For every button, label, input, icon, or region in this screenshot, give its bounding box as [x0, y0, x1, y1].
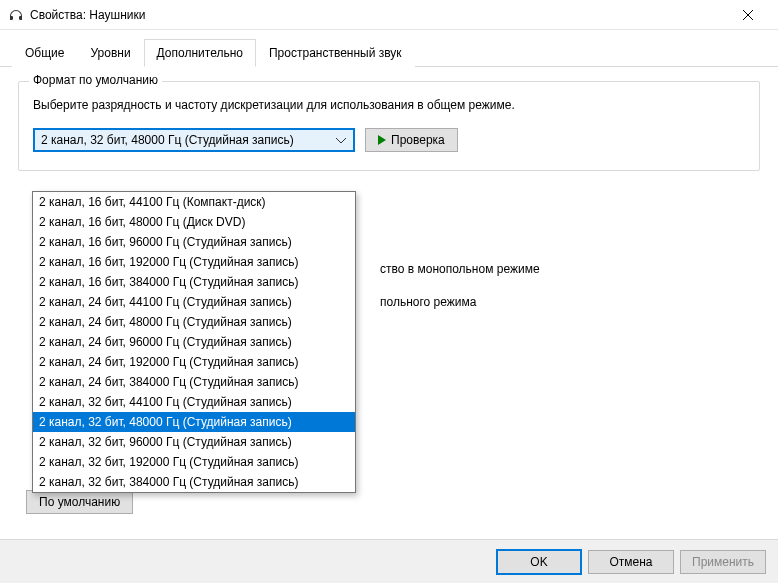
format-dropdown-list[interactable]: 2 канал, 16 бит, 44100 Гц (Компакт-диск)… [32, 191, 356, 493]
format-option[interactable]: 2 канал, 24 бит, 48000 Гц (Студийная зап… [33, 312, 355, 332]
format-select[interactable]: 2 канал, 32 бит, 48000 Гц (Студийная зап… [33, 128, 355, 152]
close-icon [743, 10, 753, 20]
format-option[interactable]: 2 канал, 32 бит, 384000 Гц (Студийная за… [33, 472, 355, 492]
play-icon [378, 135, 386, 145]
close-button[interactable] [725, 1, 770, 29]
test-button-label: Проверка [391, 133, 445, 147]
chevron-down-icon [333, 133, 349, 147]
obscured-text-2: польного режима [380, 295, 476, 309]
format-option[interactable]: 2 канал, 16 бит, 96000 Гц (Студийная зап… [33, 232, 355, 252]
group-description: Выберите разрядность и частоту дискретиз… [33, 96, 745, 114]
headphones-icon [8, 7, 24, 23]
tab-general[interactable]: Общие [12, 39, 77, 67]
format-option[interactable]: 2 канал, 16 бит, 192000 Гц (Студийная за… [33, 252, 355, 272]
format-option[interactable]: 2 канал, 32 бит, 96000 Гц (Студийная зап… [33, 432, 355, 452]
format-select-value: 2 канал, 32 бит, 48000 Гц (Студийная зап… [41, 133, 333, 147]
tab-advanced[interactable]: Дополнительно [144, 39, 256, 67]
format-option[interactable]: 2 канал, 24 бит, 384000 Гц (Студийная за… [33, 372, 355, 392]
test-button[interactable]: Проверка [365, 128, 458, 152]
cancel-button[interactable]: Отмена [588, 550, 674, 574]
format-option[interactable]: 2 канал, 32 бит, 192000 Гц (Студийная за… [33, 452, 355, 472]
tab-spatial[interactable]: Пространственный звук [256, 39, 415, 67]
format-option[interactable]: 2 канал, 24 бит, 96000 Гц (Студийная зап… [33, 332, 355, 352]
tab-levels[interactable]: Уровни [77, 39, 143, 67]
window-title: Свойства: Наушники [30, 8, 145, 22]
titlebar: Свойства: Наушники [0, 0, 778, 30]
format-option[interactable]: 2 канал, 32 бит, 48000 Гц (Студийная зап… [33, 412, 355, 432]
dialog-buttons: OK Отмена Применить [0, 539, 778, 583]
obscured-text-1: ство в монопольном режиме [380, 262, 540, 276]
tabbar: Общие Уровни Дополнительно Пространствен… [0, 30, 778, 67]
defaults-button[interactable]: По умолчанию [26, 490, 133, 514]
tab-content: Формат по умолчанию Выберите разрядность… [0, 67, 778, 195]
format-option[interactable]: 2 канал, 24 бит, 192000 Гц (Студийная за… [33, 352, 355, 372]
group-title: Формат по умолчанию [29, 73, 162, 87]
apply-button[interactable]: Применить [680, 550, 766, 574]
format-option[interactable]: 2 канал, 24 бит, 44100 Гц (Студийная зап… [33, 292, 355, 312]
format-option[interactable]: 2 канал, 32 бит, 44100 Гц (Студийная зап… [33, 392, 355, 412]
ok-button[interactable]: OK [496, 549, 582, 575]
default-format-group: Формат по умолчанию Выберите разрядность… [18, 81, 760, 171]
format-option[interactable]: 2 канал, 16 бит, 44100 Гц (Компакт-диск) [33, 192, 355, 212]
format-option[interactable]: 2 канал, 16 бит, 48000 Гц (Диск DVD) [33, 212, 355, 232]
format-option[interactable]: 2 канал, 16 бит, 384000 Гц (Студийная за… [33, 272, 355, 292]
